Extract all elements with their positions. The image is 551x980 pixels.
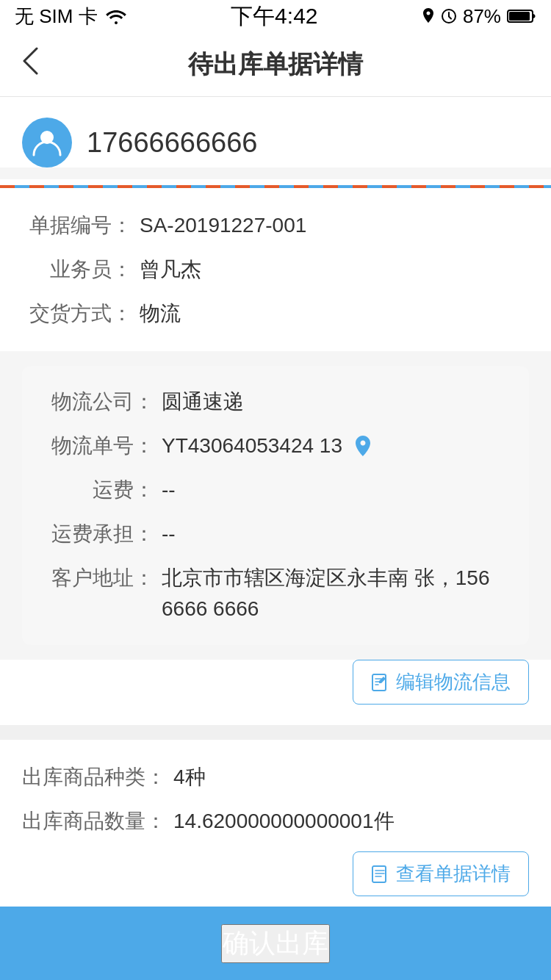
- avatar: [22, 118, 72, 167]
- customer-phone: 17666666666: [87, 127, 257, 159]
- status-left: 无 SIM 卡: [15, 4, 127, 29]
- edit-logistics-button[interactable]: 编辑物流信息: [353, 660, 529, 705]
- goods-section: 出库商品种类： 4种 出库商品数量： 14.620000000000001件: [0, 740, 551, 851]
- address-value: 北京市市辖区海淀区永丰南 张，156 6666 6666: [162, 563, 507, 624]
- goods-types-label: 出库商品种类：: [22, 762, 166, 793]
- confirm-outbound-button[interactable]: 确认出库: [221, 924, 330, 963]
- delivery-method-row: 交货方式： 物流: [22, 298, 529, 329]
- basic-info-section: 单据编号： SA-20191227-001 业务员： 曾凡杰 交货方式： 物流: [0, 188, 551, 351]
- freight-value: --: [162, 475, 507, 505]
- status-right: 87%: [422, 5, 536, 28]
- view-detail-label: 查看单据详情: [396, 861, 511, 887]
- person-icon: [30, 126, 64, 159]
- section-divider-1: [0, 725, 551, 740]
- svg-rect-2: [509, 12, 530, 21]
- clock-icon: [441, 8, 457, 24]
- freight-bearer-value: --: [162, 519, 507, 550]
- logistics-company-label: 物流公司：: [44, 386, 154, 417]
- delivery-method-value: 物流: [140, 298, 529, 329]
- customer-header: 17666666666: [0, 97, 551, 167]
- document-no-label: 单据编号：: [22, 210, 132, 241]
- carrier-text: 无 SIM 卡: [15, 4, 98, 29]
- sales-person-row: 业务员： 曾凡杰: [22, 254, 529, 285]
- freight-label: 运费：: [44, 475, 154, 505]
- goods-types-value: 4种: [173, 762, 529, 793]
- nav-bar: 待出库单据详情: [0, 32, 551, 97]
- edit-logistics-btn-row: 编辑物流信息: [0, 660, 551, 725]
- battery-icon: [507, 8, 536, 24]
- goods-quantity-label: 出库商品数量：: [22, 806, 166, 837]
- wifi-icon: [105, 8, 127, 24]
- freight-row: 运费： --: [44, 475, 507, 505]
- goods-quantity-value: 14.620000000000001件: [173, 806, 529, 837]
- confirm-btn-container: 确认出库: [0, 907, 551, 980]
- address-row: 客户地址： 北京市市辖区海淀区永丰南 张，156 6666 6666: [44, 563, 507, 624]
- detail-icon: [371, 865, 390, 884]
- freight-bearer-label: 运费承担：: [44, 519, 154, 550]
- view-detail-button[interactable]: 查看单据详情: [353, 851, 529, 896]
- edit-icon: [371, 673, 390, 692]
- sales-person-value: 曾凡杰: [140, 254, 529, 285]
- battery-text: 87%: [463, 5, 501, 28]
- tracking-no-label: 物流单号：: [44, 430, 154, 461]
- location-status-icon: [422, 8, 435, 24]
- logistics-company-row: 物流公司： 圆通速递: [44, 386, 507, 417]
- page-title: 待出库单据详情: [188, 48, 363, 82]
- document-no-value: SA-20191227-001: [140, 210, 529, 241]
- dashed-divider: [0, 179, 551, 188]
- svg-rect-5: [372, 866, 386, 882]
- logistics-card: 物流公司： 圆通速递 物流单号： YT43064053424 13 运费： --…: [22, 366, 529, 645]
- document-no-row: 单据编号： SA-20191227-001: [22, 210, 529, 241]
- delivery-method-label: 交货方式：: [22, 298, 132, 329]
- back-button[interactable]: [22, 47, 38, 82]
- sales-person-label: 业务员：: [22, 254, 132, 285]
- tracking-no-row: 物流单号： YT43064053424 13: [44, 430, 507, 461]
- edit-logistics-label: 编辑物流信息: [396, 669, 511, 695]
- logistics-company-value: 圆通速递: [162, 386, 507, 417]
- status-time: 下午4:42: [231, 1, 317, 32]
- address-label: 客户地址：: [44, 563, 154, 594]
- goods-types-row: 出库商品种类： 4种: [22, 762, 529, 793]
- status-bar: 无 SIM 卡 下午4:42 87%: [0, 0, 551, 32]
- tracking-location-icon[interactable]: [351, 434, 375, 458]
- goods-quantity-row: 出库商品数量： 14.620000000000001件: [22, 806, 529, 837]
- freight-bearer-row: 运费承担： --: [44, 519, 507, 550]
- tracking-no-value: YT43064053424 13: [162, 430, 507, 461]
